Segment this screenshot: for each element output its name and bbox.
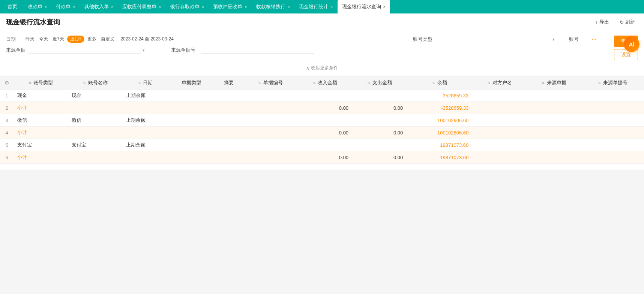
row-date-3 xyxy=(122,127,168,139)
nav-tab-ar-ap-label: 应收应付调整单 xyxy=(122,3,156,10)
header-bar: 现金银行流水查询 ↑ 导出 ↻ 刷新 xyxy=(0,13,644,31)
export-label: 导出 xyxy=(599,19,609,25)
nav-tab-prepay[interactable]: 预收冲应收单 × xyxy=(209,0,251,13)
collapse-bar[interactable]: ∧ 收起更多条件 xyxy=(6,63,638,74)
date-opt-more[interactable]: 更多 xyxy=(86,36,98,43)
nav-tab-other-income-close[interactable]: × xyxy=(111,4,113,9)
table-row: 6 小计 0.00 0.00 19871073.60 xyxy=(0,151,644,164)
col-source-doc-num[interactable]: ⇅ 来源单据号 xyxy=(581,76,644,90)
row-account-type-0: 现金 xyxy=(14,90,68,102)
date-opt-today[interactable]: 今天 xyxy=(38,36,50,43)
col-doc-num[interactable]: ⇅ 单据编号 xyxy=(243,76,298,90)
col-income[interactable]: ⇅ 收入金额 xyxy=(298,76,352,90)
gear-icon[interactable]: ⚙ xyxy=(5,80,9,86)
date-opt-1month[interactable]: 近1月 xyxy=(67,36,85,43)
row-date-1 xyxy=(122,102,168,114)
row-income-5: 0.00 xyxy=(298,151,352,164)
nav-tab-prepay-close[interactable]: × xyxy=(245,4,247,9)
row-doc-num-3 xyxy=(243,127,298,139)
nav-tab-ar-ap-close[interactable]: × xyxy=(159,4,161,9)
col-expense[interactable]: ⇅ 支出金额 xyxy=(352,76,407,90)
col-counterparty[interactable]: ⇅ 对方户名 xyxy=(472,76,527,90)
row-account-type-4: 支付宝 xyxy=(14,139,68,151)
refresh-label: 刷新 xyxy=(625,19,635,25)
refresh-button[interactable]: ↻ 刷新 xyxy=(617,17,638,27)
nav-tab-receipt-verify[interactable]: 收款核销执行 × xyxy=(252,0,294,13)
col-date-label: 日期 xyxy=(143,80,153,85)
date-opt-custom[interactable]: 自定义 xyxy=(99,36,116,43)
col-balance-label: 余额 xyxy=(437,80,447,85)
col-doc-type: 单据类型 xyxy=(168,76,214,90)
sort-doc-num-icon: ⇅ xyxy=(258,81,261,85)
date-opt-7days[interactable]: 近7天 xyxy=(51,36,66,43)
account-ellipsis-button[interactable]: ··· xyxy=(590,36,598,43)
row-summary-5 xyxy=(214,151,243,164)
row-doc-type-0 xyxy=(168,90,214,102)
sort-balance-icon: ⇅ xyxy=(432,81,435,85)
col-source-doc[interactable]: ⇅ 来源单据 xyxy=(527,76,581,90)
row-summary-4 xyxy=(214,139,243,151)
col-account-name-label: 账号名称 xyxy=(88,80,108,85)
source-doc-input[interactable] xyxy=(29,46,141,54)
export-button[interactable]: ↑ 导出 xyxy=(593,17,612,27)
source-doc-num-input[interactable] xyxy=(201,46,314,54)
col-source-doc-num-label: 来源单据号 xyxy=(603,80,627,85)
row-counterparty-0 xyxy=(472,90,527,102)
ai-assistant-button[interactable]: Ai xyxy=(624,36,639,52)
col-doc-type-label: 单据类型 xyxy=(182,80,201,85)
row-num-1: 2 xyxy=(0,102,14,114)
page-title: 现金银行流水查询 xyxy=(6,18,60,27)
row-date-5 xyxy=(122,151,168,164)
col-date[interactable]: ⇅ 日期 xyxy=(122,76,168,90)
nav-tab-cash-flow-close[interactable]: × xyxy=(383,4,386,9)
nav-tab-receipt-close[interactable]: × xyxy=(45,4,47,9)
nav-tab-cash-stats-close[interactable]: × xyxy=(330,4,333,9)
nav-tab-other-income[interactable]: 其他收入单 × xyxy=(80,0,118,13)
nav-tab-bank-deposit-close[interactable]: × xyxy=(202,4,204,9)
date-opt-yesterday[interactable]: 昨天 xyxy=(24,36,36,43)
row-doc-type-4 xyxy=(168,139,214,151)
row-doc-num-0 xyxy=(243,90,298,102)
table-row: 3 微信 微信 上期余额 100102606.60 xyxy=(0,114,644,127)
date-filter-label: 日期 xyxy=(6,36,21,43)
nav-tab-home[interactable]: 首页 xyxy=(2,0,23,13)
col-account-name[interactable]: ⇅ 账号名称 xyxy=(68,76,122,90)
row-account-type-3: 小计 xyxy=(14,127,68,139)
row-num-4: 5 xyxy=(0,139,14,151)
nav-tab-bank-deposit[interactable]: 银行存取款单 × xyxy=(166,0,209,13)
nav-tab-receipt[interactable]: 收款单 × xyxy=(23,0,51,13)
row-income-3: 0.00 xyxy=(298,127,352,139)
source-doc-filter-row: 来源单据 ▾ 来源单据号 xyxy=(6,46,398,54)
nav-tab-payment-close[interactable]: × xyxy=(73,4,75,9)
row-account-type-2: 微信 xyxy=(14,114,68,127)
row-doc-type-3 xyxy=(168,127,214,139)
row-doc-num-1 xyxy=(243,102,298,114)
row-counterparty-4 xyxy=(472,139,527,151)
row-income-0 xyxy=(298,90,352,102)
nav-tab-ar-ap[interactable]: 应收应付调整单 × xyxy=(118,0,165,13)
nav-tab-cash-stats[interactable]: 现金银行统计 × xyxy=(294,0,337,13)
row-account-name-2: 微信 xyxy=(68,114,122,127)
sort-source-doc-num-icon: ⇅ xyxy=(598,81,601,85)
row-doc-num-5 xyxy=(243,151,298,164)
export-icon: ↑ xyxy=(596,19,598,25)
nav-tab-payment[interactable]: 付款单 × xyxy=(51,0,80,13)
col-balance[interactable]: ⇅ 余额 xyxy=(407,76,472,90)
ai-badge-label: Ai xyxy=(629,41,635,48)
row-income-1: 0.00 xyxy=(298,102,352,114)
row-expense-2 xyxy=(352,114,407,127)
account-type-input[interactable] xyxy=(438,36,551,43)
row-doc-num-4 xyxy=(243,139,298,151)
row-summary-3 xyxy=(214,127,243,139)
row-num-5: 6 xyxy=(0,151,14,164)
sort-counterparty-icon: ⇅ xyxy=(487,81,490,85)
col-account-type[interactable]: ⇅ 账号类型 xyxy=(14,76,68,90)
source-doc-num-label: 来源单据号 xyxy=(171,47,195,54)
nav-tab-receipt-verify-close[interactable]: × xyxy=(288,4,290,9)
nav-tab-cash-flow[interactable]: 现金银行流水查询 × xyxy=(338,0,390,13)
row-source-doc-5 xyxy=(527,151,581,164)
row-account-type-5: 小计 xyxy=(14,151,68,164)
row-date-0: 上期余额 xyxy=(122,90,168,102)
row-num-0: 1 xyxy=(0,90,14,102)
row-source-doc-num-3 xyxy=(581,127,644,139)
